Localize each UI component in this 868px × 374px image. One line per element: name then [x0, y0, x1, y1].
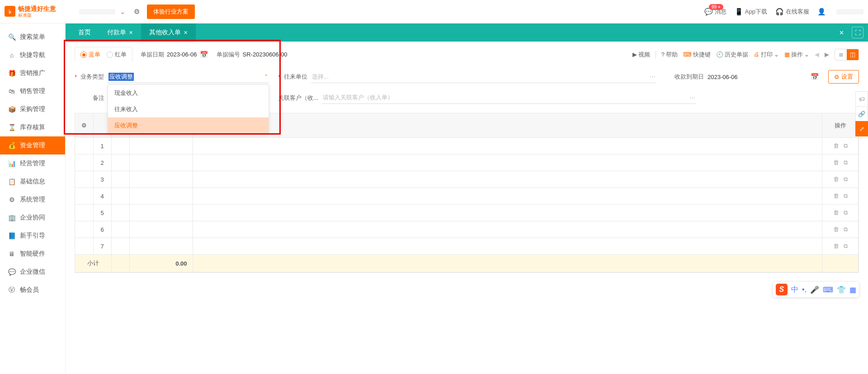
- sidebar-item-10[interactable]: 🏢企业协同: [0, 209, 65, 227]
- doc-date: 单据日期 2023-06-06 📅: [141, 51, 208, 59]
- ime-skin-icon[interactable]: 👕: [837, 285, 846, 294]
- tab-0[interactable]: 首页: [70, 23, 99, 42]
- link-icon[interactable]: 🔗: [855, 106, 868, 122]
- next-icon[interactable]: ▶: [825, 51, 829, 58]
- tab-close-all-icon[interactable]: ✕: [835, 27, 847, 38]
- ime-punct-icon[interactable]: •,: [802, 285, 807, 294]
- sidebar-item-2[interactable]: 🎁营销推广: [0, 64, 65, 82]
- delete-icon[interactable]: 🗑: [833, 243, 839, 250]
- ime-lang[interactable]: 中: [791, 285, 798, 295]
- fullscreen-icon[interactable]: ⛶: [852, 27, 863, 38]
- sidebar-item-0[interactable]: 🔍搜索菜单: [0, 28, 65, 46]
- customer-select[interactable]: 请输入关联客户（收入单） ⋯: [322, 92, 696, 104]
- sidebar-item-8[interactable]: 📋基础信息: [0, 173, 65, 191]
- ime-grid-icon[interactable]: ▦: [849, 285, 856, 294]
- delete-icon[interactable]: 🗑: [833, 142, 839, 150]
- sidebar-item-13[interactable]: 💬企业微信: [0, 263, 65, 281]
- copy-icon[interactable]: ⧉: [844, 209, 848, 216]
- biztype-select[interactable]: 应收调整 ⌃ 现金收入往来收入应收调整: [108, 71, 269, 83]
- support-button[interactable]: 🎧 在线客服: [775, 8, 809, 16]
- dropdown-item-0[interactable]: 现金收入: [108, 85, 269, 101]
- doc-date-value[interactable]: 2023-06-06: [167, 51, 197, 58]
- detail-table: ⚙ ⇅*收 操作 1 🗑⧉ 2 🗑⧉ 3 �: [75, 113, 859, 273]
- card-view-icon[interactable]: ◫: [847, 49, 859, 60]
- close-icon[interactable]: ✕: [129, 30, 133, 36]
- prev-icon[interactable]: ◀: [815, 51, 819, 58]
- content-area: 首页付款单✕其他收入单✕ ✕ ⛶ 蓝单 红单: [66, 23, 868, 374]
- table-row[interactable]: 3 🗑⧉: [75, 171, 859, 188]
- sidebar-icon: 🔍: [8, 33, 15, 41]
- company-selector[interactable]: [79, 9, 115, 14]
- sidebar-label: 搜索菜单: [20, 33, 45, 41]
- ime-toolbar: S 中 •, 🎤 ⌨ 👕 ▦: [773, 282, 859, 297]
- history-button[interactable]: 🕘历史单据: [716, 51, 748, 59]
- sidebar-item-9[interactable]: ⚙系统管理: [0, 191, 65, 209]
- dropdown-item-1[interactable]: 往来收入: [108, 101, 269, 117]
- ime-mic-icon[interactable]: 🎤: [810, 285, 819, 294]
- settings-button[interactable]: ⚙ 设置: [828, 70, 859, 84]
- sidebar-item-4[interactable]: 📦采购管理: [0, 100, 65, 118]
- close-icon[interactable]: ✕: [184, 30, 188, 36]
- delete-icon[interactable]: 🗑: [833, 176, 839, 183]
- calendar-icon[interactable]: 📅: [811, 73, 819, 81]
- tab-1[interactable]: 付款单✕: [99, 23, 141, 42]
- ime-logo-icon[interactable]: S: [776, 284, 788, 295]
- sidebar-item-12[interactable]: 🖥智能硬件: [0, 245, 65, 263]
- delete-icon[interactable]: 🗑: [833, 209, 839, 216]
- sidebar-item-6[interactable]: 💰资金管理: [0, 136, 65, 154]
- video-button[interactable]: ▶视频: [632, 51, 650, 59]
- delete-icon[interactable]: 🗑: [833, 226, 839, 233]
- radio-red[interactable]: 红单: [107, 51, 127, 59]
- copy-icon[interactable]: ⧉: [844, 243, 848, 250]
- shortcut-button[interactable]: ⌨快捷键: [683, 51, 711, 59]
- delete-icon[interactable]: 🗑: [833, 192, 839, 200]
- table-row[interactable]: 6 🗑⧉: [75, 221, 859, 238]
- dropdown-item-2[interactable]: 应收调整: [108, 117, 269, 134]
- column-settings-icon[interactable]: ⚙: [75, 113, 93, 138]
- sidebar-label: 销售管理: [20, 87, 45, 95]
- attachment-icon[interactable]: 🏷: [855, 91, 868, 107]
- sidebar-icon: 📘: [8, 232, 15, 239]
- sidebar-label: 营销推广: [20, 69, 45, 77]
- table-row[interactable]: 1 🗑⧉: [75, 138, 859, 154]
- copy-icon[interactable]: ⧉: [844, 192, 848, 200]
- help-button[interactable]: ?帮助: [661, 51, 678, 59]
- tab-2[interactable]: 其他收入单✕: [141, 23, 196, 42]
- radio-blue[interactable]: 蓝单: [80, 51, 100, 59]
- sidebar-item-5[interactable]: ⌛库存核算: [0, 118, 65, 136]
- sidebar-item-14[interactable]: Ⓥ畅会员: [0, 281, 65, 299]
- table-row[interactable]: 5 🗑⧉: [75, 205, 859, 221]
- table-row[interactable]: 2 🗑⧉: [75, 154, 859, 171]
- sidebar-item-11[interactable]: 📘新手引导: [0, 227, 65, 245]
- chevron-down-icon[interactable]: ⌄: [120, 8, 126, 16]
- more-icon[interactable]: ⋯: [650, 73, 656, 80]
- table-row[interactable]: 4 🗑⧉: [75, 188, 859, 205]
- user-avatar-icon[interactable]: 👤: [817, 8, 826, 16]
- copy-icon[interactable]: ⧉: [844, 142, 848, 150]
- sidebar-label: 畅会员: [20, 286, 39, 294]
- table-row[interactable]: 7 🗑⧉: [75, 238, 859, 255]
- sidebar-label: 企业微信: [20, 268, 45, 276]
- print-button[interactable]: 🖨打印⌄: [754, 51, 779, 59]
- delete-icon[interactable]: 🗑: [833, 159, 839, 166]
- list-view-icon[interactable]: ≣: [835, 49, 847, 60]
- app-download-button[interactable]: 📱 App下载: [735, 8, 767, 16]
- more-icon[interactable]: ⋯: [689, 94, 695, 101]
- sidebar-item-1[interactable]: ⌂快捷导航: [0, 46, 65, 64]
- sidebar-icon: Ⓥ: [8, 286, 15, 294]
- ime-keyboard-icon[interactable]: ⌨: [823, 285, 833, 294]
- operate-button[interactable]: ▦操作⌄: [784, 51, 809, 59]
- gear-icon[interactable]: ⚙: [134, 8, 140, 16]
- sidebar-item-3[interactable]: 🛍销售管理: [0, 82, 65, 100]
- sidebar-item-7[interactable]: 📊经营管理: [0, 154, 65, 173]
- user-name[interactable]: [836, 9, 863, 14]
- industry-solution-button[interactable]: 体验行业方案: [147, 5, 195, 19]
- unit-select[interactable]: 选择... ⋯: [311, 71, 656, 83]
- copy-icon[interactable]: ⧉: [844, 176, 848, 183]
- copy-icon[interactable]: ⧉: [844, 159, 848, 166]
- duedate-value[interactable]: 2023-06-06: [708, 74, 807, 80]
- messages-button[interactable]: 99 + 💬 消息: [704, 8, 726, 16]
- copy-icon[interactable]: ⧉: [844, 226, 848, 233]
- calendar-icon[interactable]: 📅: [200, 51, 208, 59]
- expand-icon[interactable]: ⤢: [855, 121, 868, 136]
